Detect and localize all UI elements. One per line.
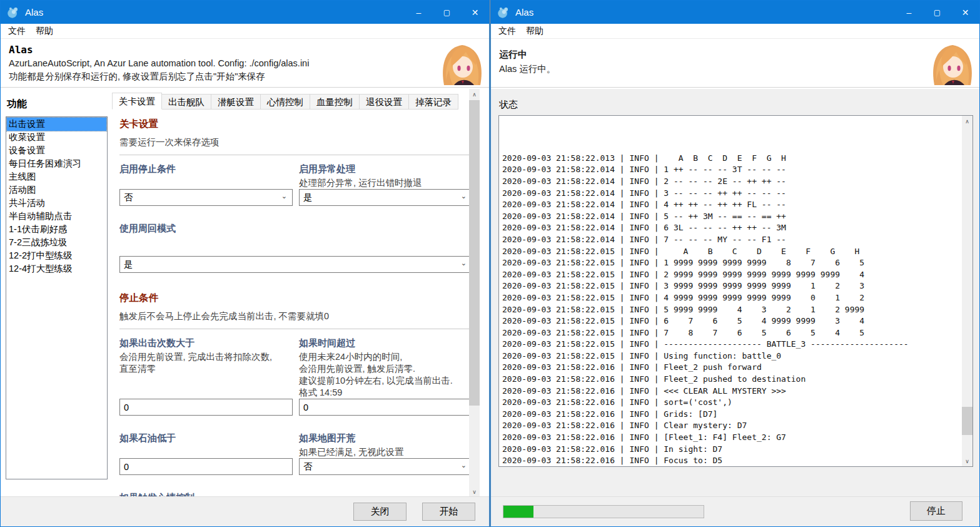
chevron-down-icon: ⌄ [281,192,287,200]
log-line: 2020-09-03 21:58:22.014 | INFO | 3 -- --… [502,188,960,200]
enable-exception-dropdown[interactable]: 是 ⌄ [299,189,472,206]
tab[interactable]: 出击舰队 [161,94,211,110]
enable-stop-dropdown[interactable]: 否 ⌄ [119,189,293,206]
log-line: 2020-09-03 21:58:22.014 | INFO | 6 3L --… [502,222,960,234]
tab[interactable]: 掉落记录 [408,94,458,110]
sidebar-item[interactable]: 12-2打中型练级 [7,249,106,262]
tab[interactable]: 潜艇设置 [211,94,261,110]
sidebar-item[interactable]: 活动图 [7,183,106,197]
scrollbar-thumb[interactable] [962,407,972,435]
log-line: 2020-09-03 21:58:22.015 | INFO | 1 9999 … [502,257,960,269]
runner-body: 状态 2020-09-03 21:58:22.013 | INFO | A B … [491,89,979,496]
function-list[interactable]: 出击设置收菜设置设备设置每日任务困难演习主线图活动图共斗活动半自动辅助点击1-1… [6,116,108,479]
divider [119,329,472,329]
sidebar: 功能 出击设置收菜设置设备设置每日任务困难演习主线图活动图共斗活动半自动辅助点击… [1,89,111,497]
clear-mode-dropdown[interactable]: 是 ⌄ [119,256,472,273]
maximize-button[interactable]: ▢ [923,1,951,24]
if-count-input[interactable] [119,399,293,416]
section-desc-stop: 触发后不会马上停止会先完成当前出击, 不需要就填0 [119,310,472,322]
sidebar-item[interactable]: 收菜设置 [7,131,106,144]
menu-item[interactable]: 文件 [493,24,521,38]
avatar [440,41,484,85]
log-line: 2020-09-03 21:58:22.016 | INFO | sort=('… [502,397,960,409]
menu-item[interactable]: 文件 [3,24,31,38]
stop-button[interactable]: 停止 [910,501,962,521]
status-header: 运行中 Alas 运行中。 [491,39,979,88]
sidebar-item[interactable]: 半自动辅助点击 [7,210,106,223]
settings-scrollbar[interactable]: ∧ ∨ [469,89,480,497]
log-line: 2020-09-03 21:58:22.015 | INFO | 2 9999 … [502,269,960,281]
enable-stop-value: 否 [124,192,133,203]
tab[interactable]: 心情控制 [260,94,310,110]
enable-stop-label: 启用停止条件 [119,163,293,175]
scroll-down-icon[interactable]: ∨ [469,486,480,497]
if-oil-input[interactable] [119,458,293,475]
sidebar-item[interactable]: 12-4打大型练级 [7,262,106,275]
stage-settings-form: 关卡设置 需要运行一次来保存选项 启用停止条件 否 ⌄ 启用异常处理 处理部分异… [119,118,472,497]
menu-item[interactable]: 帮助 [31,24,58,38]
maximize-button[interactable]: ▢ [433,1,461,24]
if-time-desc: 使用未来24小时内的时间, 会沿用先前设置, 触发后清零. 建议提前10分钟左右… [299,351,472,399]
log-line: 2020-09-03 21:58:22.016 | INFO | Fleet_2… [502,362,960,374]
log-line: 2020-09-03 21:58:22.014 | INFO | 1 ++ --… [502,164,960,176]
log-line: 2020-09-03 21:58:22.013 | INFO | A B C D… [502,153,960,165]
progress-fill [503,506,533,518]
tab[interactable]: 关卡设置 [112,93,162,110]
if-map-value: 否 [303,461,313,473]
scroll-up-icon[interactable]: ∧ [962,116,972,126]
tab[interactable]: 血量控制 [310,94,360,110]
divider [119,155,472,155]
sidebar-item[interactable]: 出击设置 [7,118,106,131]
settings-panel: 关卡设置出击舰队潜艇设置心情控制血量控制退役设置掉落记录 关卡设置 需要运行一次… [111,89,480,497]
tab[interactable]: 退役设置 [359,94,409,110]
title-bar[interactable]: Alas – ▢ ✕ [491,1,979,24]
minimize-button[interactable]: – [895,1,923,24]
if-count-desc: 会沿用先前设置, 完成出击将扣除次数, 直至清零 [119,351,293,375]
section-title-stop: 停止条件 [119,292,472,305]
sidebar-item[interactable]: 主线图 [7,170,106,183]
status-title: 运行中 [499,49,979,61]
if-time-label: 如果时间超过 [299,337,472,349]
chevron-down-icon: ⌄ [461,192,467,200]
scrollbar-thumb[interactable] [469,100,480,406]
sidebar-item[interactable]: 7-2三战拣垃圾 [7,236,106,249]
log-section-label: 状态 [499,99,979,111]
log-box[interactable]: 2020-09-03 21:58:22.013 | INFO | A B C D… [498,115,973,467]
log-line: 2020-09-03 21:58:22.015 | INFO | -------… [502,339,960,350]
scroll-down-icon[interactable]: ∨ [962,456,972,466]
section-desc-stage: 需要运行一次来保存选项 [119,136,472,148]
log-line: 2020-09-03 21:58:22.016 | INFO | Clear m… [502,420,960,432]
if-map-dropdown[interactable]: 否 ⌄ [299,458,472,475]
sidebar-item[interactable]: 设备设置 [7,144,106,157]
close-window-button[interactable]: ✕ [951,1,979,24]
close-window-button[interactable]: ✕ [461,1,489,24]
log-line: 2020-09-03 21:58:22.015 | INFO | 6 7 6 5… [502,315,960,327]
window-runner: Alas – ▢ ✕ 文件帮助 运行中 Alas 运行中。 状态 [490,0,980,527]
title-bar[interactable]: Alas – ▢ ✕ [1,1,489,24]
log-line: 2020-09-03 21:58:22.015 | INFO | 5 9999 … [502,304,960,316]
if-count-label: 如果出击次数大于 [119,337,293,349]
menu-bar: 文件帮助 [491,24,979,39]
log-line: 2020-09-03 21:58:22.015 | INFO | 7 8 7 6… [502,327,960,339]
scroll-up-icon[interactable]: ∧ [469,89,480,100]
sidebar-item[interactable]: 共斗活动 [7,197,106,210]
log-line: 2020-09-03 21:58:22.016 | INFO | Grids: … [502,409,960,421]
log-line: 2020-09-03 21:58:22.015 | INFO | 4 9999 … [502,292,960,304]
if-map-label: 如果地图开荒 [299,432,472,444]
log-line: 2020-09-03 21:58:22.016 | INFO | <<< CLE… [502,386,960,397]
minimize-button[interactable]: – [405,1,433,24]
enable-exception-desc: 处理部分异常, 运行出错时撤退 [299,177,472,189]
menu-item[interactable]: 帮助 [521,24,548,38]
status-desc: Alas 运行中。 [499,63,979,75]
if-map-desc: 如果已经满足, 无视此设置 [299,446,472,458]
start-button[interactable]: 开始 [422,503,475,521]
sidebar-item[interactable]: 1-1伏击刷好感 [7,223,106,236]
chevron-down-icon: ⌄ [461,461,467,469]
if-time-input[interactable] [299,399,472,416]
close-button[interactable]: 关闭 [353,503,407,521]
clear-mode-value: 是 [124,258,133,270]
log-output: 2020-09-03 21:58:22.013 | INFO | A B C D… [502,118,960,466]
sidebar-item[interactable]: 每日任务困难演习 [7,157,106,170]
app-icon [6,6,20,19]
log-scrollbar[interactable]: ∧ ∨ [962,116,972,466]
